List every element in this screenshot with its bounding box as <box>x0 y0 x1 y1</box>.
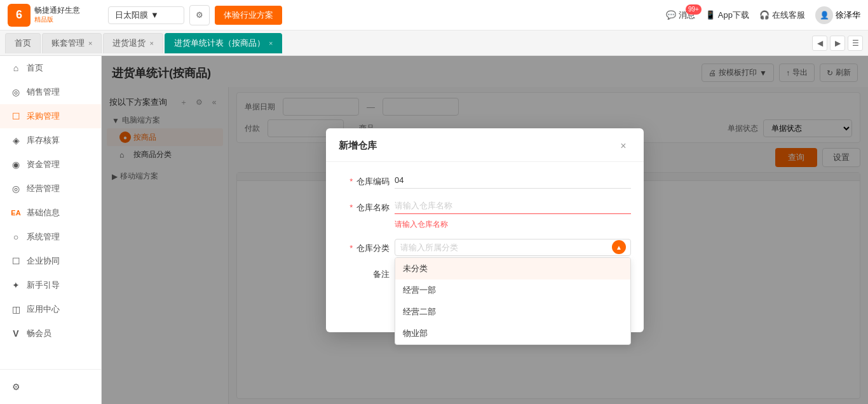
name-error-row: 请输入仓库名称 <box>339 219 631 230</box>
brand-text: 畅捷通好生意 精品版 <box>34 6 80 25</box>
form-row-code: * 仓库编码 <box>339 172 631 189</box>
tab-prev-btn[interactable]: ◀ <box>812 36 827 51</box>
sidebar-item-member-label: 畅会员 <box>27 328 51 339</box>
main-layout: ⌂ 首页 ◎ 销售管理 ☐ 采购管理 ◈ 库存核算 ◉ 资金管理 ◎ 经营管理 … <box>0 56 868 404</box>
inventory-icon: ◈ <box>10 135 22 146</box>
tab-bar: 首页 账套管理 × 进货退货 × 进货单统计表（按商品） × ◀ ▶ ☰ <box>0 30 868 56</box>
guide-icon: ✦ <box>10 279 22 291</box>
sidebar-item-sales-label: 销售管理 <box>27 86 60 98</box>
app-download-btn[interactable]: 📱 App下载 <box>705 10 749 21</box>
tab-menu-btn[interactable]: ☰ <box>848 36 863 51</box>
store-selector[interactable]: 日太阳膜 ▼ <box>108 6 184 24</box>
app-logo: 6 <box>8 4 31 27</box>
required-star-code: * <box>349 177 353 186</box>
sidebar-item-system[interactable]: ○ 系统管理 <box>0 225 101 249</box>
sidebar-settings-btn[interactable]: ⚙ <box>0 375 101 399</box>
sidebar-bottom: ⚙ <box>0 369 101 404</box>
message-btn[interactable]: 💬 消息 99+ <box>666 10 695 21</box>
chevron-down-icon: ▼ <box>151 10 159 20</box>
app-center-icon: ◫ <box>10 304 22 315</box>
sidebar-item-home[interactable]: ⌂ 首页 <box>0 56 101 80</box>
sidebar-item-basic-info-label: 基础信息 <box>27 207 60 219</box>
tab-purchase-stats-close-icon[interactable]: × <box>269 39 273 47</box>
tab-accounts-label: 账套管理 <box>51 37 85 49</box>
sidebar-item-finance[interactable]: ◉ 资金管理 <box>0 152 101 177</box>
classify-input-wrap: ▲ 未分类 经营一部 经营二部 物业部 <box>395 239 631 256</box>
tab-home-label: 首页 <box>15 37 31 49</box>
form-row-name: * 仓库名称 请输入仓库名称 <box>339 198 631 230</box>
online-service-btn[interactable]: 🎧 在线客服 <box>759 10 805 21</box>
modal-body: * 仓库编码 * 仓库名称 <box>326 162 644 297</box>
sidebar-item-operations[interactable]: ◎ 经营管理 <box>0 177 101 201</box>
modal-close-button[interactable]: × <box>616 138 631 154</box>
classify-input[interactable] <box>395 239 631 256</box>
brand-sub: 精品版 <box>34 15 80 24</box>
dropdown-item-3[interactable]: 物业部 <box>395 323 630 344</box>
tab-purchase-stats-label: 进货单统计表（按商品） <box>174 37 265 49</box>
app-download-label: App下载 <box>718 10 749 21</box>
classify-label: * 仓库分类 <box>339 239 390 254</box>
tab-purchase-return[interactable]: 进货退货 × <box>103 33 163 53</box>
trial-button[interactable]: 体验行业方案 <box>215 6 282 25</box>
tab-purchase-stats[interactable]: 进货单统计表（按商品） × <box>165 33 282 53</box>
sidebar-item-guide-label: 新手引导 <box>27 279 60 291</box>
content-area: 进货单统计(按商品) 🖨 按模板打印 ▼ ↑ 导出 ↻ 刷新 <box>102 56 868 404</box>
finance-icon: ◉ <box>10 159 22 170</box>
notes-label: 备注 <box>339 265 390 280</box>
sidebar-item-inventory[interactable]: ◈ 库存核算 <box>0 128 101 152</box>
sidebar-item-finance-label: 资金管理 <box>27 159 60 170</box>
online-service-label: 在线客服 <box>772 10 805 21</box>
sidebar-item-enterprise[interactable]: ☐ 企业协同 <box>0 249 101 273</box>
member-icon: V <box>10 328 22 339</box>
sidebar-item-purchase[interactable]: ☐ 采购管理 <box>0 104 101 128</box>
sidebar-item-purchase-label: 采购管理 <box>27 111 60 122</box>
tab-accounts[interactable]: 账套管理 × <box>42 33 102 53</box>
sidebar-item-basic-info[interactable]: EA 基础信息 <box>0 201 101 225</box>
code-input[interactable] <box>395 172 631 189</box>
tab-purchase-return-close-icon[interactable]: × <box>149 39 153 47</box>
name-error-msg: 请输入仓库名称 <box>395 219 448 230</box>
name-input[interactable] <box>395 198 631 214</box>
sidebar-item-operations-label: 经营管理 <box>27 183 60 194</box>
name-input-row: * 仓库名称 <box>339 198 631 214</box>
tab-next-btn[interactable]: ▶ <box>830 36 845 51</box>
brand-name: 畅捷通好生意 <box>34 6 80 16</box>
sidebar-item-app-center-label: 应用中心 <box>27 304 60 315</box>
sidebar-item-sales[interactable]: ◎ 销售管理 <box>0 80 101 104</box>
modal-dialog: 新增仓库 × * 仓库编码 <box>326 128 644 332</box>
avatar: 👤 <box>815 6 833 24</box>
message-icon: 💬 <box>666 10 676 20</box>
home-icon: ⌂ <box>10 62 22 74</box>
top-right-area: 💬 消息 99+ 📱 App下载 🎧 在线客服 👤 徐泽华 <box>666 6 860 24</box>
sidebar-item-app-center[interactable]: ◫ 应用中心 <box>0 297 101 321</box>
enterprise-icon: ☐ <box>10 255 22 267</box>
gear-icon: ⚙ <box>196 10 203 20</box>
dropdown-item-0[interactable]: 未分类 <box>395 258 630 279</box>
basic-info-icon: EA <box>10 207 22 219</box>
modal-overlay: 新增仓库 × * 仓库编码 <box>102 56 868 404</box>
message-badge: 99+ <box>686 4 702 15</box>
headset-icon: 🎧 <box>759 10 770 20</box>
form-row-classify: * 仓库分类 ▲ 未分类 经营一部 经营二部 物业部 <box>339 239 631 256</box>
user-avatar-area[interactable]: 👤 徐泽华 <box>815 6 860 24</box>
sidebar-item-home-label: 首页 <box>27 62 43 74</box>
top-bar: 6 畅捷通好生意 精品版 日太阳膜 ▼ ⚙ 体验行业方案 💬 消息 99+ 📱 … <box>0 0 868 30</box>
sales-icon: ◎ <box>10 86 22 98</box>
modal-header: 新增仓库 × <box>326 128 644 162</box>
dropdown-item-1[interactable]: 经营一部 <box>395 279 630 301</box>
username: 徐泽华 <box>836 10 860 21</box>
logo-area: 6 畅捷通好生意 精品版 <box>8 4 103 27</box>
sidebar-item-enterprise-label: 企业协同 <box>27 255 60 267</box>
name-label: * 仓库名称 <box>339 198 390 213</box>
tab-accounts-close-icon[interactable]: × <box>88 39 92 47</box>
required-star-classify: * <box>349 243 353 253</box>
sidebar-item-guide[interactable]: ✦ 新手引导 <box>0 273 101 297</box>
settings-button[interactable]: ⚙ <box>189 5 210 25</box>
sidebar-gear-icon: ⚙ <box>10 381 22 393</box>
classify-arrow-btn[interactable]: ▲ <box>612 240 626 254</box>
dropdown-item-2[interactable]: 经营二部 <box>395 301 630 323</box>
sidebar: ⌂ 首页 ◎ 销售管理 ☐ 采购管理 ◈ 库存核算 ◉ 资金管理 ◎ 经营管理 … <box>0 56 102 404</box>
tab-home[interactable]: 首页 <box>5 33 41 53</box>
required-star-name: * <box>349 203 353 212</box>
sidebar-item-member[interactable]: V 畅会员 <box>0 321 101 346</box>
